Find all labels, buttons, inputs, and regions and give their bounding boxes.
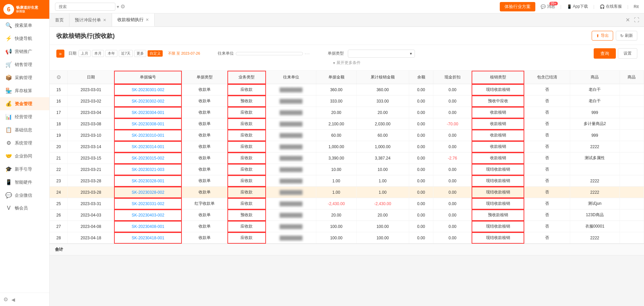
th-writeoff-type[interactable]: 核销类型 [472, 71, 524, 84]
sidebar-item-2[interactable]: 📢营销推广 [0, 45, 49, 58]
table-row[interactable]: 16 2023-03-02 SK-20230302-002 收款单 预收款 ██… [50, 96, 644, 107]
doc-no-link[interactable]: SK-20230403-002 [131, 213, 164, 218]
sidebar-item-14[interactable]: V畅会员 [0, 202, 49, 215]
table-row[interactable]: 15 2023-03-01 SK-20230301-002 收款单 应收款 ██… [50, 84, 644, 96]
th-balance[interactable]: 余额 [409, 71, 433, 84]
filter-expand-btn[interactable]: » [56, 50, 64, 58]
doc-no-link[interactable]: SK-20230321-003 [131, 167, 164, 172]
th-doc-no[interactable]: 单据编号 [114, 71, 182, 84]
app-download-link[interactable]: 📱 App下载 [567, 4, 588, 9]
th-include-settled[interactable]: 包含已结清 [524, 71, 570, 84]
tab-home[interactable]: 首页 [50, 13, 69, 26]
cell-doc-no: SK-20230328-002 [114, 187, 182, 198]
sidebar-item-7[interactable]: 📊经营管理 [0, 110, 49, 123]
doc-no-link[interactable]: SK-20230301-002 [131, 87, 164, 92]
cell-doc-no: SK-20230302-002 [114, 96, 182, 107]
doc-no-link[interactable]: SK-20230331-002 [131, 201, 164, 206]
table-row[interactable]: 17 2023-03-04 SK-20230304-001 收款单 应收款 ██… [50, 107, 644, 118]
sidebar-label-7: 经营管理 [15, 114, 32, 120]
cell-product2 [620, 84, 644, 96]
table-row[interactable]: 20 2023-03-14 SK-20230314-001 收款单 应收款 ██… [50, 141, 644, 152]
sidebar-item-0[interactable]: 🔍搜索菜单 [0, 19, 49, 32]
tab-close-icon[interactable]: ✕ [624, 15, 631, 24]
sidebar-item-4[interactable]: 📦采购管理 [0, 71, 49, 84]
table-row[interactable]: 28 2023-04-18 SK-20230418-001 收款单 应收款 ██… [50, 232, 644, 244]
th-doc-type[interactable]: 单据类型 [182, 71, 227, 84]
doc-no-link[interactable]: SK-20230304-001 [131, 110, 164, 115]
sidebar-item-1[interactable]: ⚡快捷导航 [0, 32, 49, 45]
date-custom-btn[interactable]: 自定义 [148, 50, 163, 57]
doc-no-link[interactable]: SK-20230408-001 [131, 224, 164, 229]
table-row[interactable]: 25 2023-03-31 SK-20230331-002 红字收款单 应收款 … [50, 198, 644, 209]
industry-btn[interactable]: 体验行业方案 [500, 2, 535, 11]
th-cash-discount[interactable]: 现金折扣 [433, 71, 472, 84]
sidebar-item-5[interactable]: 🏪库存核算 [0, 84, 49, 97]
horizontal-scrollbar[interactable] [50, 255, 644, 259]
date-this-month[interactable]: 本月 [92, 50, 104, 57]
date-label: 日期 [68, 51, 76, 56]
sidebar-item-12[interactable]: 📱智能硬件 [0, 176, 49, 189]
table-row[interactable]: 24 2023-03-28 SK-20230328-002 收款单 应收款 ██… [50, 187, 644, 198]
sidebar-item-10[interactable]: 🤝企业协同 [0, 149, 49, 163]
filter-settings-btn[interactable]: 设置 [618, 48, 637, 59]
th-product2[interactable]: 商品 [620, 71, 644, 84]
receipt-type-select[interactable]: ▾ [348, 50, 415, 58]
tab-writeoff-close[interactable]: ✕ [146, 17, 149, 22]
doc-no-link[interactable]: SK-20230314-001 [131, 144, 164, 149]
sidebar-item-11[interactable]: 🎓新手引导 [0, 163, 49, 176]
th-amount[interactable]: 单据金额 [316, 71, 357, 84]
th-date[interactable]: 日期 [68, 71, 114, 84]
user-name[interactable]: Rit [634, 4, 639, 9]
cell-amount: 1.00 [316, 175, 357, 187]
sidebar-item-13[interactable]: 💬企业微信 [0, 189, 49, 202]
dropdown-icon[interactable]: ▾ [117, 4, 119, 9]
sidebar-item-6[interactable]: 💰资金管理 [0, 97, 49, 110]
doc-no-link[interactable]: SK-20230315-002 [131, 156, 164, 161]
tab-prepay-close[interactable]: ✕ [103, 18, 106, 22]
tab-expand-icon[interactable]: ⛶ [633, 16, 641, 24]
export-btn[interactable]: ⬆ 导出 [592, 31, 613, 41]
th-product[interactable]: 商品 [570, 71, 620, 84]
doc-no-link[interactable]: SK-20230328-002 [131, 190, 164, 195]
cell-product2 [620, 209, 644, 221]
sidebar-item-8[interactable]: 📋基础信息 [0, 123, 49, 136]
doc-no-link[interactable]: SK-20230310-001 [131, 133, 164, 138]
table-row[interactable]: 18 2023-03-08 SK-20230308-001 收款单 应收款 ██… [50, 118, 644, 130]
main-area: ▾ ⚙ 体验行业方案 💬 消息 99+ | 📱 App下载 | 🎧 在线客服 |… [50, 0, 644, 306]
table-row[interactable]: 26 2023-04-03 SK-20230403-002 收款单 预收款 ██… [50, 209, 644, 221]
date-last-month[interactable]: 上月 [78, 50, 91, 57]
counterpart-select[interactable] [236, 52, 303, 55]
tab-prepay[interactable]: 预计冲应付单 ✕ [69, 13, 112, 26]
settings-icon[interactable]: ⚙ [3, 296, 8, 303]
th-counterpart[interactable]: 往来单位 [266, 71, 316, 84]
doc-no-link[interactable]: SK-20230328-001 [131, 179, 164, 183]
th-cum-amount[interactable]: 累计核销金额 [356, 71, 409, 84]
table-row[interactable]: 21 2023-03-15 SK-20230315-002 收款单 应收款 ██… [50, 152, 644, 164]
sidebar-item-9[interactable]: ⚙系统管理 [0, 136, 49, 149]
refresh-btn[interactable]: ↻ 刷新 [616, 31, 637, 41]
table-row[interactable]: 19 2023-03-10 SK-20230310-001 收款单 应收款 ██… [50, 130, 644, 141]
doc-no-link[interactable]: SK-20230302-002 [131, 99, 164, 104]
sidebar-item-3[interactable]: 🛒销售管理 [0, 58, 49, 71]
expand-more[interactable]: ▾ 展开更多条件 [56, 59, 637, 67]
date-this-year[interactable]: 本年 [105, 50, 117, 57]
table-row[interactable]: 27 2023-04-08 SK-20230408-001 收款单 应收款 ██… [50, 221, 644, 232]
tab-writeoff[interactable]: 收款核销执行 ✕ [112, 13, 155, 26]
date-more[interactable]: 更多 [134, 50, 146, 57]
topbar-gear-icon[interactable]: ⚙ [120, 3, 125, 10]
date-7days[interactable]: 近7天 [119, 50, 133, 57]
th-biz-type[interactable]: 业务类型 [227, 71, 266, 84]
doc-no-link[interactable]: SK-20230308-001 [131, 122, 164, 126]
message-btn[interactable]: 💬 消息 99+ [541, 4, 555, 9]
collapse-icon[interactable]: ◀ [11, 297, 15, 302]
online-service-link[interactable]: 🎧 在线客服 [600, 4, 622, 9]
cell-balance: 0.00 [409, 84, 433, 96]
query-btn[interactable]: 查询 [594, 48, 616, 59]
cell-balance: 0.00 [409, 118, 433, 130]
search-input[interactable] [55, 3, 115, 11]
doc-no-link[interactable]: SK-20230418-001 [131, 236, 164, 240]
cell-product2 [620, 152, 644, 164]
th-settings[interactable]: ⚙ [50, 71, 68, 84]
table-row[interactable]: 23 2023-03-28 SK-20230328-001 收款单 应收款 ██… [50, 175, 644, 187]
table-row[interactable]: 22 2023-03-21 SK-20230321-003 收款单 应收款 ██… [50, 164, 644, 175]
